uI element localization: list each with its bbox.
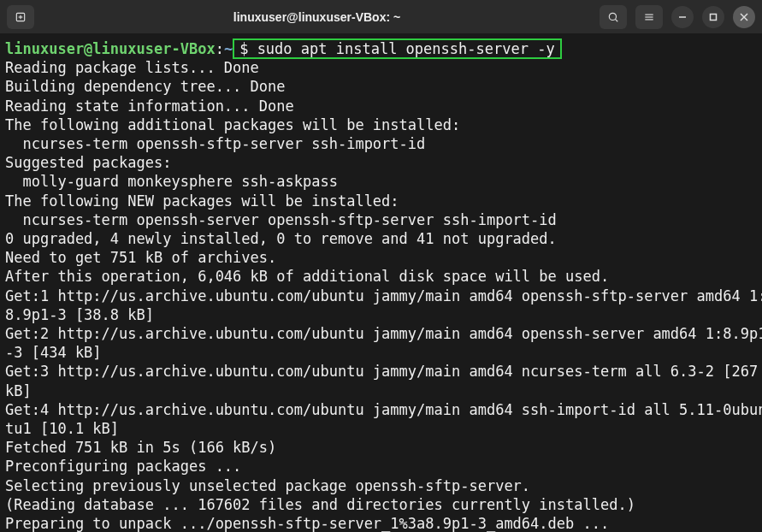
- output-line: molly-guard monkeysphere ssh-askpass: [5, 173, 338, 190]
- new-tab-button[interactable]: [7, 5, 34, 29]
- output-line: Reading state information... Done: [5, 98, 294, 115]
- output-line: Get:4 http://us.archive.ubuntu.com/ubunt…: [5, 401, 762, 418]
- svg-line-4: [615, 19, 617, 21]
- terminal-content[interactable]: linuxuser@linuxuser-VBox:~$ sudo apt ins…: [0, 34, 762, 532]
- output-line: The following NEW packages will be insta…: [5, 192, 399, 210]
- output-line: Get:2 http://us.archive.ubuntu.com/ubunt…: [5, 325, 762, 342]
- maximize-button[interactable]: [702, 6, 724, 28]
- output-line: Suggested packages:: [5, 154, 171, 171]
- output-line: (Reading database ... 167602 files and d…: [5, 496, 635, 513]
- titlebar-left: [7, 5, 34, 29]
- output-line: -3 [434 kB]: [5, 344, 102, 361]
- output-line: kB]: [5, 382, 32, 399]
- prompt-user-host: linuxuser@linuxuser-VBox: [5, 40, 216, 57]
- output-line: After this operation, 6,046 kB of additi…: [5, 268, 609, 285]
- output-line: ncurses-term openssh-sftp-server ssh-imp…: [5, 135, 425, 152]
- svg-point-3: [609, 13, 616, 20]
- svg-rect-9: [711, 14, 717, 20]
- command-text: sudo apt install openssh-server -y: [257, 40, 555, 57]
- output-line: tu1 [10.1 kB]: [5, 420, 119, 437]
- prompt-separator: :: [216, 40, 224, 57]
- titlebar: linuxuser@linuxuser-VBox: ~: [0, 0, 762, 34]
- maximize-icon: [709, 13, 718, 21]
- output-line: Fetched 751 kB in 5s (166 kB/s): [5, 439, 276, 456]
- minimize-button[interactable]: [671, 6, 694, 28]
- prompt-dollar: $: [239, 40, 257, 57]
- close-button[interactable]: [733, 6, 755, 28]
- output-line: Preparing to unpack .../openssh-sftp-ser…: [5, 515, 609, 532]
- output-line: Selecting previously unselected package …: [5, 477, 530, 494]
- search-button[interactable]: [600, 5, 627, 29]
- minimize-icon: [678, 13, 687, 21]
- window-title: linuxuser@linuxuser-VBox: ~: [34, 10, 600, 24]
- output-line: Preconfiguring packages ...: [5, 458, 241, 475]
- output-line: The following additional packages will b…: [5, 116, 460, 133]
- output-line: Need to get 751 kB of archives.: [5, 249, 276, 266]
- hamburger-icon: [643, 11, 655, 23]
- output-line: Get:1 http://us.archive.ubuntu.com/ubunt…: [5, 287, 762, 304]
- output-line: ncurses-term openssh-server openssh-sftp…: [5, 211, 557, 228]
- new-tab-icon: [15, 11, 27, 23]
- close-icon: [740, 13, 748, 21]
- prompt-path: ~: [224, 40, 233, 57]
- menu-button[interactable]: [635, 5, 663, 29]
- search-icon: [607, 11, 619, 23]
- titlebar-right: [600, 5, 755, 29]
- output-line: Get:3 http://us.archive.ubuntu.com/ubunt…: [5, 363, 762, 380]
- output-line: 0 upgraded, 4 newly installed, 0 to remo…: [5, 230, 557, 247]
- output-line: Reading package lists... Done: [5, 59, 259, 76]
- output-line: 8.9p1-3 [38.8 kB]: [5, 306, 154, 323]
- output-line: Building dependency tree... Done: [5, 78, 286, 95]
- command-highlight: $ sudo apt install openssh-server -y: [233, 38, 561, 59]
